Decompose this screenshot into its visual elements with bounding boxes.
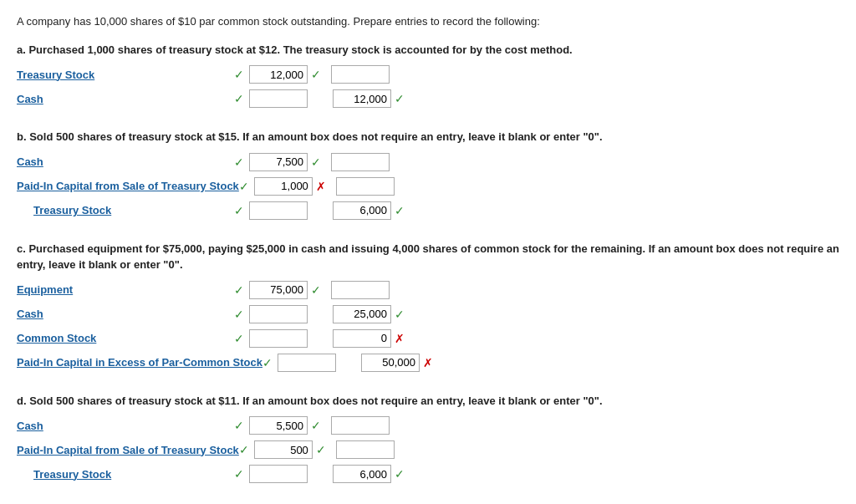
account-check-icon-a-1: ✓ — [234, 92, 244, 105]
table-row: Paid-In Capital from Sale of Treasury St… — [17, 440, 839, 460]
credit-group-d-1 — [336, 440, 415, 459]
debit-group-b-1: ✗ — [254, 177, 331, 196]
credit-input-a-0[interactable] — [331, 65, 390, 84]
table-row: Treasury Stock ✓✓ — [17, 64, 839, 84]
debit-input-b-0[interactable] — [249, 153, 308, 171]
debit-input-a-1[interactable] — [249, 89, 308, 108]
debit-group-d-1: ✓ — [254, 440, 331, 459]
credit-input-d-0[interactable] — [331, 416, 390, 435]
debit-status-icon-b-1: ✗ — [316, 180, 326, 193]
credit-status-icon-c-2: ✗ — [395, 332, 405, 345]
debit-input-d-1[interactable] — [254, 440, 313, 459]
credit-group-c-1: ✓ — [333, 305, 410, 323]
table-row: Paid-In Capital from Sale of Treasury St… — [17, 176, 839, 196]
debit-input-d-2[interactable] — [249, 465, 308, 483]
account-check-icon-d-0: ✓ — [234, 419, 244, 432]
credit-input-b-1[interactable] — [336, 177, 395, 196]
credit-status-icon-d-2: ✓ — [395, 467, 405, 481]
credit-input-c-1[interactable] — [333, 305, 391, 323]
account-check-icon-a-0: ✓ — [234, 68, 244, 81]
credit-group-c-0 — [331, 281, 410, 299]
debit-input-c-3[interactable] — [278, 354, 336, 372]
debit-group-c-0: ✓ — [249, 281, 326, 299]
account-name-a-0: Treasury Stock — [17, 69, 234, 81]
table-row: Equipment ✓✓ — [17, 280, 839, 300]
section-d: d. Sold 500 shares of treasury stock at … — [17, 393, 839, 485]
account-name-d-0: Cash — [17, 420, 234, 432]
debit-status-icon-d-0: ✓ — [311, 419, 321, 432]
account-check-icon-b-2: ✓ — [234, 204, 244, 217]
table-row: Treasury Stock ✓✓ — [17, 201, 839, 221]
credit-input-b-2[interactable] — [333, 201, 391, 220]
section-b-label: b. Sold 500 shares of treasury stock at … — [17, 129, 839, 145]
debit-input-c-2[interactable] — [249, 329, 308, 348]
account-name-b-2: Treasury Stock — [17, 204, 234, 216]
section-a: a. Purchased 1,000 shares of treasury st… — [17, 42, 839, 109]
credit-input-a-1[interactable] — [333, 89, 391, 108]
section-a-label: a. Purchased 1,000 shares of treasury st… — [17, 42, 839, 59]
table-row: Cash ✓✓ — [17, 89, 839, 109]
credit-input-d-1[interactable] — [336, 440, 395, 459]
account-check-icon-c-3: ✓ — [262, 356, 273, 369]
debit-group-d-2 — [249, 465, 328, 483]
table-row: Cash ✓✓ — [17, 415, 839, 435]
credit-input-b-0[interactable] — [331, 153, 390, 171]
credit-status-icon-c-3: ✗ — [423, 356, 433, 369]
credit-group-b-2: ✓ — [333, 201, 410, 220]
account-name-d-2: Treasury Stock — [17, 468, 234, 481]
debit-group-c-2 — [249, 329, 328, 348]
table-row: Cash ✓✓ — [17, 152, 839, 172]
debit-input-c-1[interactable] — [249, 305, 308, 323]
section-d-label: d. Sold 500 shares of treasury stock at … — [17, 393, 839, 410]
debit-input-b-2[interactable] — [249, 201, 308, 220]
account-check-icon-d-2: ✓ — [234, 467, 244, 481]
debit-group-a-1 — [249, 89, 328, 108]
credit-group-d-0 — [331, 416, 410, 435]
debit-group-d-0: ✓ — [249, 416, 326, 435]
account-check-icon-b-0: ✓ — [234, 155, 244, 169]
debit-status-icon-b-0: ✓ — [311, 155, 321, 169]
debit-group-a-0: ✓ — [249, 65, 326, 84]
credit-status-icon-b-2: ✓ — [395, 204, 405, 217]
account-name-b-1: Paid-In Capital from Sale of Treasury St… — [17, 180, 239, 192]
debit-group-c-3 — [278, 354, 356, 372]
section-b: b. Sold 500 shares of treasury stock at … — [17, 129, 839, 221]
debit-input-b-1[interactable] — [254, 177, 313, 196]
account-name-c-0: Equipment — [17, 283, 234, 296]
credit-input-d-2[interactable] — [333, 465, 391, 483]
debit-input-c-0[interactable] — [249, 281, 308, 299]
debit-input-d-0[interactable] — [249, 416, 308, 435]
credit-input-c-0[interactable] — [331, 281, 390, 299]
account-name-c-1: Cash — [17, 308, 234, 320]
debit-status-icon-d-1: ✓ — [316, 443, 326, 456]
account-name-b-0: Cash — [17, 155, 234, 168]
credit-group-a-0 — [331, 65, 410, 84]
account-check-icon-d-1: ✓ — [239, 443, 249, 456]
table-row: Paid-In Capital in Excess of Par-Common … — [17, 353, 839, 373]
account-name-d-1: Paid-In Capital from Sale of Treasury St… — [17, 444, 239, 456]
table-row: Treasury Stock ✓✓ — [17, 464, 839, 484]
account-check-icon-c-2: ✓ — [234, 332, 244, 345]
credit-input-c-2[interactable] — [333, 329, 391, 348]
credit-group-c-3: ✗ — [361, 354, 438, 372]
table-row: Cash ✓✓ — [17, 304, 839, 324]
debit-input-a-0[interactable] — [249, 65, 308, 84]
credit-group-c-2: ✗ — [333, 329, 410, 348]
account-name-c-3: Paid-In Capital in Excess of Par-Common … — [17, 356, 262, 369]
section-c: c. Purchased equipment for $75,000, payi… — [17, 241, 839, 373]
intro-text: A company has 10,000 shares of $10 par c… — [17, 13, 839, 30]
debit-status-icon-c-0: ✓ — [311, 283, 321, 297]
debit-group-b-0: ✓ — [249, 153, 326, 171]
credit-group-b-1 — [336, 177, 415, 196]
table-row: Common Stock ✓✗ — [17, 328, 839, 349]
credit-status-icon-c-1: ✓ — [395, 308, 405, 321]
account-name-c-2: Common Stock — [17, 332, 234, 344]
debit-group-c-1 — [249, 305, 328, 323]
account-check-icon-c-1: ✓ — [234, 308, 244, 321]
credit-group-d-2: ✓ — [333, 465, 410, 483]
section-c-label: c. Purchased equipment for $75,000, payi… — [17, 241, 839, 273]
credit-input-c-3[interactable] — [361, 354, 420, 372]
account-name-a-1: Cash — [17, 93, 234, 105]
credit-group-b-0 — [331, 153, 410, 171]
credit-status-icon-a-1: ✓ — [395, 92, 405, 105]
